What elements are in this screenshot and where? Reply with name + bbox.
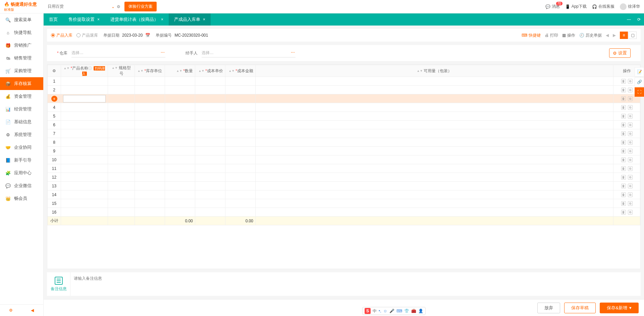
gear-icon[interactable]: ⚙	[117, 4, 120, 9]
app-download-link[interactable]: 📱 App下载	[565, 4, 587, 9]
store-selector[interactable]: 日用百货 ⌄	[48, 4, 115, 9]
brand-logo: 🔥 畅捷通好生意 标准版	[4, 1, 44, 12]
chevron-down-icon: ⌄	[111, 4, 115, 9]
top-header: 🔥 畅捷通好生意 标准版 日用百货 ⌄ ⚙ 体验行业方案 💬 消息 70 📱 A…	[0, 0, 644, 13]
support-link[interactable]: 🎧 在线客服	[592, 4, 614, 9]
phone-icon: 📱	[565, 4, 570, 9]
user-menu[interactable]: 徐泽华	[620, 3, 640, 10]
message-icon: 💬	[545, 4, 550, 9]
message-badge: 70	[556, 2, 562, 5]
avatar-icon	[620, 3, 627, 10]
messages-link[interactable]: 💬 消息 70	[545, 4, 560, 9]
header-right: 💬 消息 70 📱 App下载 🎧 在线客服 徐泽华	[545, 3, 640, 10]
flame-icon: 🔥	[4, 2, 9, 7]
store-name: 日用百货	[48, 4, 64, 9]
brand-name: 🔥 畅捷通好生意	[4, 1, 44, 7]
trial-button[interactable]: 体验行业方案	[124, 2, 157, 11]
brand-edition: 标准版	[4, 7, 44, 12]
username: 徐泽华	[628, 4, 640, 9]
headset-icon: 🎧	[592, 4, 597, 9]
